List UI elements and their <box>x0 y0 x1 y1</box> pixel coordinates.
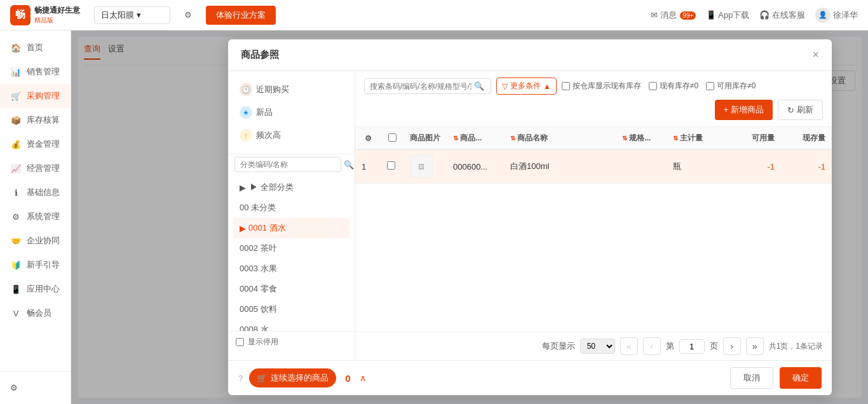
product-data-table: ⚙ 商品图片 ⇅ 商品... <box>355 127 832 184</box>
sidebar-item-purchase[interactable]: 🛒 采购管理 <box>0 84 71 108</box>
filter-arrow-icon: ▲ <box>543 82 551 91</box>
help-icon[interactable]: ? <box>238 374 243 383</box>
filter-label: 更多条件 <box>510 81 541 91</box>
page-suffix: 页 <box>710 340 718 352</box>
cat-item-0008[interactable]: 0008 水 <box>233 320 349 331</box>
row-image: 🖼 <box>403 150 447 184</box>
quick-btn-freq[interactable]: ↑ 频次高 <box>233 125 349 146</box>
toolbar-checkboxes: 按仓库显示现有库存 现有库存≠0 可用库存≠0 <box>562 81 756 91</box>
main-layout: 🏠 首页 📊 销售管理 🛒 采购管理 📦 库存核算 💰 资金管理 📈 经营管理 … <box>0 30 868 404</box>
store-selector[interactable]: 日太阳膜 ▾ <box>94 6 170 24</box>
th-check <box>381 127 403 150</box>
product-search-icon[interactable]: 🔍 <box>474 81 484 91</box>
app-download[interactable]: 📱 App下载 <box>706 10 749 21</box>
sidebar-label-collab: 企业协同 <box>27 235 60 246</box>
modal-body: 🕐 近期购买 ★ 新品 ↑ 频次高 <box>228 71 832 360</box>
checkbox-warehouse-label[interactable]: 按仓库显示现有库存 <box>562 81 641 91</box>
all-category-label: ▶ 全部分类 <box>250 182 294 193</box>
filter-icon: ▽ <box>502 82 508 91</box>
quick-btn-new[interactable]: ★ 新品 <box>233 102 349 123</box>
confirm-button[interactable]: 确定 <box>780 367 822 389</box>
checkbox-avail-ne0[interactable] <box>706 82 714 90</box>
sidebar-item-sales[interactable]: 📊 销售管理 <box>0 60 71 84</box>
cancel-button[interactable]: 取消 <box>730 367 773 389</box>
sidebar-label-vip: 畅会员 <box>27 307 51 319</box>
table-row[interactable]: 1 🖼 000600... <box>355 150 832 184</box>
sidebar-item-business[interactable]: 📈 经营管理 <box>0 156 71 180</box>
sidebar-label-inventory: 库存核算 <box>27 114 60 126</box>
avatar: 👤 <box>815 8 831 23</box>
page-size-select[interactable]: 50 10 20 100 <box>580 339 615 354</box>
sidebar-settings-btn[interactable]: ⚙ <box>0 377 71 399</box>
footer-actions: 取消 确定 <box>730 367 822 389</box>
first-page-button[interactable]: « <box>620 337 638 355</box>
toolbar-actions: + 新增商品 ↻ 刷新 <box>715 100 823 120</box>
sidebar-label-finance: 资金管理 <box>27 138 60 150</box>
prev-page-button[interactable]: ‹ <box>643 337 661 355</box>
checkbox-stock-ne0[interactable] <box>649 82 657 90</box>
th-spec[interactable]: ⇅ 规格... <box>616 127 667 150</box>
cat-item-0003[interactable]: 0003 水果 <box>233 259 349 279</box>
next-page-button[interactable]: › <box>723 337 741 355</box>
sidebar-item-finance[interactable]: 💰 资金管理 <box>0 132 71 156</box>
message-area[interactable]: ✉ 消息 99+ <box>651 10 696 21</box>
quick-btn-recent[interactable]: 🕐 近期购买 <box>233 79 349 100</box>
cat-search-input[interactable] <box>234 157 341 172</box>
sidebar-item-apps[interactable]: 📱 应用中心 <box>0 277 71 301</box>
cat-item-0002[interactable]: 0002 茶叶 <box>233 238 349 259</box>
th-name[interactable]: ⇅ 商品名称 <box>504 127 616 150</box>
th-unit[interactable]: ⇅ 主计量 <box>667 127 717 150</box>
checkbox-stock-ne0-label[interactable]: 现有库存≠0 <box>649 81 698 91</box>
filter-button[interactable]: ▽ 更多条件 ▲ <box>496 77 557 95</box>
user-area[interactable]: 👤 徐泽华 <box>815 8 858 23</box>
product-table: ⚙ 商品图片 ⇅ 商品... <box>355 127 832 332</box>
modal-close-button[interactable]: × <box>812 48 819 62</box>
active-arrow-icon: ▶ <box>240 224 246 233</box>
checkbox-avail-ne0-label[interactable]: 可用库存≠0 <box>706 81 756 91</box>
select-all-checkbox[interactable] <box>388 133 397 142</box>
cat-item-all[interactable]: ▶ ▶ 全部分类 <box>233 177 349 198</box>
cat-item-0005[interactable]: 0005 饮料 <box>233 299 349 320</box>
cat-item-0001[interactable]: ▶ 0001 酒水 <box>233 218 349 238</box>
row-checkbox[interactable] <box>381 150 403 184</box>
row-select-checkbox[interactable] <box>387 161 395 170</box>
online-service[interactable]: 🎧 在线客服 <box>759 10 805 21</box>
settings-icon[interactable]: ⚙ <box>178 5 198 25</box>
nav-right: ✉ 消息 99+ 📱 App下载 🎧 在线客服 👤 徐泽华 <box>651 8 858 23</box>
product-panel: 🔍 ▽ 更多条件 ▲ 按仓库显示现有库存 <box>355 71 832 360</box>
info-icon: ℹ <box>10 187 22 198</box>
sidebar-item-inventory[interactable]: 📦 库存核算 <box>0 108 71 132</box>
show-disabled-checkbox[interactable] <box>236 338 244 346</box>
row-name: 白酒100ml <box>504 150 616 184</box>
cat-search-icon[interactable]: 🔍 <box>344 160 354 170</box>
collapse-footer-icon[interactable]: ∧ <box>360 373 366 383</box>
sort-icon: ⇅ <box>453 135 458 142</box>
checkbox-warehouse[interactable] <box>562 82 570 90</box>
sidebar-item-collab[interactable]: 🤝 企业协同 <box>0 229 71 253</box>
trial-button[interactable]: 体验行业方案 <box>206 6 276 25</box>
cat-item-0004[interactable]: 0004 零食 <box>233 279 349 299</box>
category-panel: 🕐 近期购买 ★ 新品 ↑ 频次高 <box>228 71 355 360</box>
last-page-button[interactable]: » <box>746 337 764 355</box>
product-toolbar: 🔍 ▽ 更多条件 ▲ 按仓库显示现有库存 <box>355 71 832 127</box>
sidebar-item-guide[interactable]: 🔰 新手引导 <box>0 253 71 277</box>
cat-item-00[interactable]: 00 未分类 <box>233 198 349 218</box>
page-number-input[interactable] <box>679 339 705 354</box>
new-icon: ★ <box>240 106 252 119</box>
row-available: -1 <box>717 150 781 184</box>
th-code[interactable]: ⇅ 商品... <box>447 127 504 150</box>
refresh-button[interactable]: ↻ 刷新 <box>778 100 823 120</box>
cart-area[interactable]: 🛒 连续选择的商品 <box>249 368 336 387</box>
product-search-input[interactable] <box>370 82 471 91</box>
sidebar-item-vip[interactable]: V 畅会员 <box>0 301 71 325</box>
th-settings[interactable]: ⚙ <box>355 127 381 150</box>
logo-area: 畅 畅捷通好生意 精品版 <box>10 5 86 25</box>
add-product-button[interactable]: + 新增商品 <box>715 100 773 120</box>
apps-icon: 📱 <box>10 283 22 295</box>
sidebar-item-home[interactable]: 🏠 首页 <box>0 36 71 60</box>
inventory-icon: 📦 <box>10 114 22 126</box>
show-disabled-label[interactable]: 显示停用 <box>236 337 347 347</box>
sidebar-item-info[interactable]: ℹ 基础信息 <box>0 180 71 205</box>
gear-icon: ⚙ <box>10 383 18 393</box>
sidebar-item-system[interactable]: ⚙ 系统管理 <box>0 205 71 229</box>
